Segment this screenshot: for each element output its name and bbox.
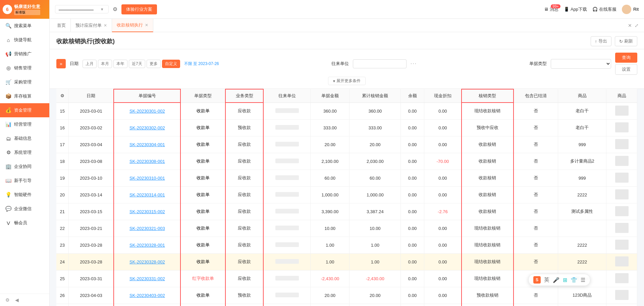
cell-accum-amount: 20.00 — [350, 287, 401, 304]
cell-product2 — [606, 237, 637, 253]
voucher-link[interactable]: SK-20230328-001 — [129, 243, 165, 248]
voucher-link[interactable]: SK-20230314-001 — [129, 192, 165, 197]
voucher-link[interactable]: SK-20230315-002 — [129, 209, 165, 214]
cell-write-off-type: 现结收款核销 — [462, 220, 514, 237]
solution-button[interactable]: 体验行业方案 — [121, 4, 157, 14]
sidebar-item-guide[interactable]: 📖 新手引导 — [0, 174, 49, 188]
voucher-link[interactable]: SK-20230301-002 — [129, 109, 165, 114]
cell-amount: -2,430.00 — [311, 270, 350, 287]
settings-icon[interactable]: ⚙ — [5, 297, 10, 303]
sidebar-item-member[interactable]: V 畅会员 — [0, 216, 49, 230]
voucher-link[interactable]: SK-20230403-002 — [129, 293, 165, 298]
cell-product2 — [606, 136, 637, 153]
corp-icon: 🏢 — [5, 164, 11, 170]
sidebar-item-purchase[interactable]: 🛒 采购管理 — [0, 75, 49, 89]
refresh-button[interactable]: ↻ 刷新 — [615, 36, 637, 46]
th-gear: ⚙ — [56, 89, 68, 103]
voucher-type-select[interactable] — [551, 59, 611, 69]
sidebar-item-system[interactable]: ⚙ 系统管理 — [0, 145, 49, 160]
partner-label: 往来单位 — [331, 61, 349, 67]
sidebar-item-corp[interactable]: 🏢 企业协同 — [0, 160, 49, 174]
voucher-link[interactable]: SK-20230331-002 — [129, 276, 165, 281]
date-btn-thismonth[interactable]: 本月 — [98, 60, 112, 68]
filter-toggle[interactable]: » — [56, 59, 66, 68]
topbar-gear-icon[interactable]: ⚙ — [113, 6, 117, 12]
cell-include-settled: 否 — [514, 220, 558, 237]
sidebar-item-search[interactable]: 🔍 搜索菜单 — [0, 19, 49, 33]
service-btn[interactable]: 🎧 在线客服 — [592, 6, 616, 12]
voucher-link[interactable]: SK-20230308-001 — [129, 159, 165, 164]
cell-product2 — [606, 119, 637, 136]
message-btn[interactable]: 🖥 消息 99+ — [544, 6, 558, 12]
app-download-btn[interactable]: 📱 App下载 — [564, 6, 587, 12]
cell-product1: 测试多属性 — [558, 203, 606, 220]
voucher-link[interactable]: SK-20230321-003 — [129, 226, 165, 231]
float-mic-icon[interactable]: 🎤 — [553, 277, 559, 283]
float-shirt-icon[interactable]: 👕 — [571, 277, 577, 283]
finance-icon: 💰 — [5, 107, 11, 113]
cell-cash-discount: 0.00 — [424, 237, 462, 253]
cell-cash-discount: 0.00 — [424, 220, 462, 237]
tab-home[interactable]: 首页 — [52, 19, 71, 32]
cell-include-settled: 否 — [514, 186, 558, 203]
setting-button[interactable]: 设置 — [615, 64, 637, 75]
expand-window-icon[interactable]: ⤢ — [635, 23, 639, 28]
query-button[interactable]: 查询 — [615, 53, 637, 63]
float-bar: S 英 🎤 ⊞ 👕 ☰ — [528, 274, 590, 286]
cell-accum-amount: 10.00 — [350, 220, 401, 237]
float-grid-icon[interactable]: ⊞ — [563, 277, 567, 283]
tab-receipt[interactable]: 收款核销执行 ✕ — [112, 19, 153, 32]
cell-product2 — [606, 270, 637, 287]
tab-prepay-close[interactable]: ✕ — [104, 23, 107, 28]
date-btn-custom[interactable]: 自定义 — [162, 60, 180, 68]
user-area[interactable]: Rit — [622, 5, 639, 14]
date-btn-lastmonth[interactable]: 上月 — [83, 60, 97, 68]
th-product1: 商品 — [558, 89, 606, 103]
sidebar-label-search: 搜索菜单 — [14, 23, 32, 29]
float-menu-icon[interactable]: ☰ — [581, 277, 585, 283]
sidebar-item-sales[interactable]: ◎ 销售管理 — [0, 61, 49, 75]
app-icon: 📱 — [564, 7, 569, 12]
cell-voucher-type: 收款单 — [180, 186, 225, 203]
sidebar-item-wechat[interactable]: 💬 企业微信 — [0, 202, 49, 216]
cell-amount: 10.00 — [311, 220, 350, 237]
sidebar-item-marketing[interactable]: 📢 营销推广 — [0, 47, 49, 61]
tab-prepay[interactable]: 预计应应付单 ✕ — [71, 19, 112, 32]
sidebar-item-inventory[interactable]: 📦 库存核算 — [0, 89, 49, 103]
partner-input[interactable] — [353, 59, 407, 68]
company-selector-text: ▬▬▬▬▬▬▬▬ — [59, 7, 99, 12]
collapse-icon[interactable]: ◀ — [15, 297, 19, 303]
cell-product1: 老白干 — [558, 103, 606, 119]
close-all-icon[interactable]: ✕ — [628, 23, 632, 28]
message-icon: 🖥 — [544, 7, 548, 12]
voucher-link[interactable]: SK-20230302-002 — [129, 125, 165, 130]
sidebar-item-business[interactable]: 📊 经营管理 — [0, 117, 49, 131]
column-settings-icon[interactable]: ⚙ — [60, 93, 64, 98]
cell-include-settled: 否 — [514, 253, 558, 270]
cell-biz-type: 预收款 — [225, 287, 263, 304]
tab-receipt-close[interactable]: ✕ — [145, 23, 148, 27]
voucher-link[interactable]: SK-20230328-002 — [129, 259, 165, 264]
date-btn-thisyear[interactable]: 本年 — [113, 60, 127, 68]
cell-amount: 3,390.00 — [311, 203, 350, 220]
cell-write-off-type: 收款核销 — [462, 170, 514, 186]
sidebar-item-quicknav[interactable]: ⌂ 快捷导航 — [0, 33, 49, 47]
sidebar-item-basic[interactable]: 🗂 基础信息 — [0, 131, 49, 145]
cell-no: 21 — [56, 203, 68, 220]
cell-voucher-type: 收款单 — [180, 119, 225, 136]
sidebar-item-finance[interactable]: 💰 资金管理 — [0, 103, 49, 117]
sidebar-item-hardware[interactable]: 💡 智能硬件 — [0, 188, 49, 202]
date-btn-more[interactable]: 更多 — [147, 60, 161, 68]
voucher-link[interactable]: SK-20230304-001 — [129, 142, 165, 147]
voucher-link[interactable]: SK-20230310-001 — [129, 176, 165, 181]
table-container[interactable]: ⚙ 日期 单据编号 单据类型 业务类型 往来单位 单据金额 累计核销金额 余额 … — [50, 89, 644, 306]
expand-conditions-button[interactable]: ▾ 展开更多条件 — [328, 77, 366, 85]
cell-date: 2023-03-10 — [68, 170, 114, 186]
date-btn-7days[interactable]: 近7天 — [129, 60, 145, 68]
cell-partner — [263, 186, 311, 203]
float-cn-icon[interactable]: 英 — [544, 277, 549, 284]
company-selector[interactable]: ▬▬▬▬▬▬▬▬ ▾ — [55, 5, 109, 13]
export-button[interactable]: ↑ 导出 — [591, 36, 612, 46]
cell-accum-amount: 2,030.00 — [350, 153, 401, 170]
cell-write-off-type: 现结收款核销 — [462, 253, 514, 270]
